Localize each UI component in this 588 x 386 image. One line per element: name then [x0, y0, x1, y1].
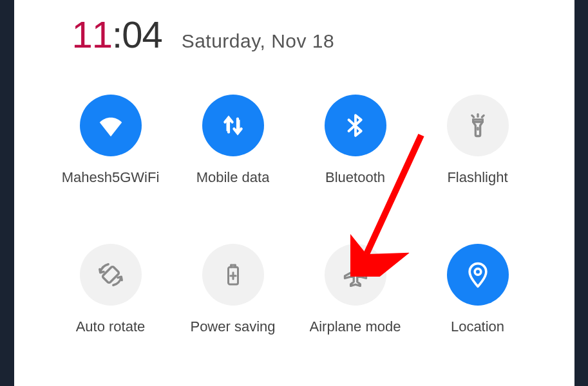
svg-point-14 — [475, 269, 481, 275]
flashlight-icon — [464, 111, 492, 140]
clock: 11:04 — [72, 13, 162, 56]
tile-label: Power saving — [190, 318, 275, 335]
tile-wifi: Mahesh5GWiFi — [53, 95, 169, 186]
tile-label: Auto rotate — [76, 318, 146, 335]
tile-mobile-data: Mobile data — [175, 95, 291, 186]
tile-flashlight: Flashlight — [420, 95, 536, 186]
wifi-toggle[interactable] — [80, 95, 142, 156]
clock-separator: : — [112, 14, 122, 55]
data-arrows-icon — [220, 112, 247, 139]
clock-hours: 11 — [72, 14, 113, 55]
airplane-icon — [341, 261, 370, 289]
tile-label: Bluetooth — [325, 169, 385, 186]
tile-label: Airplane mode — [310, 318, 401, 335]
rotate-icon — [96, 260, 126, 290]
tile-label: Mahesh5GWiFi — [62, 169, 160, 186]
tiles-grid: Mahesh5GWiFi Mobile data — [14, 62, 574, 335]
auto-rotate-toggle[interactable] — [80, 244, 142, 306]
clock-minutes: 04 — [122, 14, 162, 55]
tile-airplane-mode: Airplane mode — [298, 244, 413, 335]
svg-line-5 — [471, 115, 473, 117]
bluetooth-toggle[interactable] — [325, 95, 386, 156]
tile-label: Flashlight — [447, 169, 507, 186]
location-toggle[interactable] — [447, 244, 509, 306]
mobile-data-toggle[interactable] — [202, 95, 264, 156]
date-label: Saturday, Nov 18 — [182, 30, 335, 52]
wifi-icon — [96, 111, 126, 140]
status-header: 11:04 Saturday, Nov 18 — [14, 13, 574, 62]
airplane-mode-toggle[interactable] — [325, 244, 386, 306]
tile-bluetooth: Bluetooth — [298, 95, 413, 186]
svg-rect-7 — [102, 266, 119, 283]
tile-label: Mobile data — [196, 169, 270, 186]
tile-power-saving: Power saving — [175, 244, 291, 335]
bluetooth-icon — [342, 112, 369, 139]
svg-line-6 — [482, 115, 484, 117]
tile-location: Location — [420, 244, 536, 335]
flashlight-toggle[interactable] — [447, 95, 509, 156]
battery-plus-icon — [220, 262, 246, 288]
tile-label: Location — [451, 318, 504, 335]
tile-auto-rotate: Auto rotate — [53, 244, 169, 335]
location-pin-icon — [464, 261, 492, 289]
quick-settings-panel: 11:04 Saturday, Nov 18 Mahesh5GWiFi — [14, 0, 574, 386]
power-saving-toggle[interactable] — [202, 244, 264, 306]
